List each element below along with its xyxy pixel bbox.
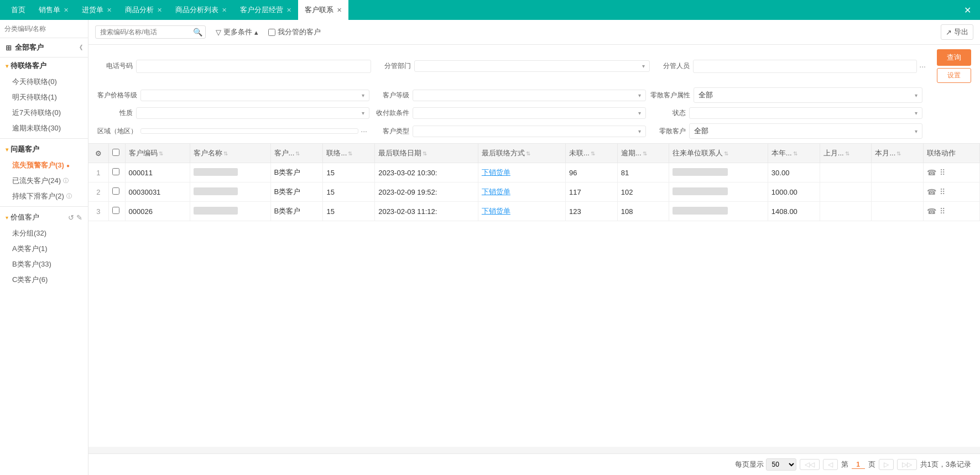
region-select[interactable]: [140, 128, 358, 134]
nav-tab-goods-analysis[interactable]: 商品分析 ✕: [118, 0, 169, 20]
row-current-month: [872, 163, 924, 182]
export-button[interactable]: ↗ 导出: [941, 24, 973, 40]
manager-input[interactable]: [693, 60, 918, 73]
sort-contact-person-icon[interactable]: ⇅: [724, 150, 728, 156]
sidebar-item-ungrouped[interactable]: 未分组(32): [0, 226, 88, 241]
row-uncontacted: 96: [566, 163, 618, 182]
contact-method-link[interactable]: 下销货单: [482, 168, 510, 176]
sort-overdue-icon[interactable]: ⇅: [643, 150, 647, 156]
sort-uncontacted-icon[interactable]: ⇅: [591, 150, 595, 156]
sidebar-item-overdue-contact[interactable]: 逾期未联络(30): [0, 121, 88, 136]
sort-year-icon[interactable]: ⇅: [793, 150, 797, 156]
col-checkbox[interactable]: [108, 144, 125, 163]
retail-customer-select[interactable]: 全部▾: [689, 123, 922, 139]
row-last-method[interactable]: 下销货单: [478, 202, 565, 221]
sidebar-item-churned[interactable]: 已流失客户(24) ⓘ: [0, 173, 88, 189]
nav-tab-customer-contact[interactable]: 客户联系 ✕: [298, 0, 348, 20]
sidebar-item-tomorrow-contact[interactable]: 明天待联络(1): [0, 90, 88, 105]
dept-select[interactable]: ▾: [414, 60, 649, 72]
close-goods-list-tab[interactable]: ✕: [222, 7, 227, 14]
sidebar-search-input[interactable]: [4, 25, 87, 33]
close-goods-analysis-tab[interactable]: ✕: [157, 7, 162, 14]
more-conditions-button[interactable]: ▽ 更多条件 ▴: [211, 25, 263, 39]
contact-method-link[interactable]: 下销货单: [482, 207, 510, 215]
page-prev-button[interactable]: ◁: [823, 459, 838, 470]
nav-tab-purchase[interactable]: 进货单 ✕: [75, 0, 118, 20]
row-select-checkbox[interactable]: [112, 207, 119, 214]
sort-name-icon[interactable]: ⇅: [223, 150, 228, 156]
sort-month-icon[interactable]: ⇅: [896, 150, 901, 156]
phone-icon[interactable]: ☎: [927, 168, 936, 177]
row-checkbox[interactable]: [108, 182, 125, 202]
row-checkbox[interactable]: [108, 202, 125, 221]
horizontal-scrollbar[interactable]: [88, 447, 980, 453]
sort-type-icon[interactable]: ⇅: [295, 150, 300, 156]
sort-code-icon[interactable]: ⇅: [159, 150, 163, 156]
filter-search-button[interactable]: 🔍: [193, 28, 202, 36]
payment-select[interactable]: ▾: [413, 107, 646, 119]
row-select-checkbox[interactable]: [112, 187, 119, 195]
sidebar-item-a-class[interactable]: A类客户(1): [0, 241, 88, 257]
nav-tab-customer-tier[interactable]: 客户分层经营 ✕: [233, 0, 298, 20]
page-last-button[interactable]: ▷▷: [897, 459, 917, 470]
status-select[interactable]: ▾: [689, 107, 922, 119]
customer-type-select[interactable]: ▾: [413, 126, 646, 137]
sidebar-all-customers[interactable]: ⊞ 全部客户 《: [0, 38, 88, 58]
page-input[interactable]: [852, 461, 865, 469]
sidebar-group-problem[interactable]: ▾ 问题客户: [0, 141, 88, 158]
sidebar-group-pending[interactable]: ▾ 待联络客户: [0, 58, 88, 74]
manager-ellipsis[interactable]: ···: [917, 62, 928, 71]
more-action-icon[interactable]: ⠿: [940, 168, 945, 177]
phone-input[interactable]: [136, 60, 371, 73]
filter-search-input[interactable]: [95, 25, 206, 39]
sort-date-icon[interactable]: ⇅: [423, 150, 427, 156]
query-button[interactable]: 查询: [937, 49, 971, 66]
phone-icon[interactable]: ☎: [927, 187, 936, 196]
my-customers-checkbox-label[interactable]: 我分管的客户: [268, 27, 321, 37]
page-first-button[interactable]: ◁◁: [800, 459, 820, 470]
close-customer-tier-tab[interactable]: ✕: [286, 7, 291, 14]
sidebar-item-churn-warning[interactable]: 流失预警客户(3) ●: [0, 158, 88, 173]
col-settings[interactable]: ⚙: [88, 144, 108, 163]
setting-button[interactable]: 设置: [937, 68, 971, 83]
close-customer-contact-tab[interactable]: ✕: [337, 7, 342, 14]
sidebar-group-value[interactable]: ▾ 价值客户 ↺ ✎: [0, 209, 88, 226]
close-all-button[interactable]: ✕: [960, 5, 976, 15]
sidebar-item-declining[interactable]: 持续下滑客户(2) ⓘ: [0, 189, 88, 204]
more-action-icon[interactable]: ⠿: [940, 187, 945, 196]
nav-tab-home[interactable]: 首页: [4, 5, 32, 15]
row-checkbox[interactable]: [108, 163, 125, 182]
more-action-icon[interactable]: ⠿: [940, 207, 945, 216]
main-layout: 🔍 ⊞ 全部客户 《 ▾ 待联络客户 今天待联络(0) 明天待联络(1) 近7天…: [0, 20, 980, 475]
sidebar-item-b-class[interactable]: B类客户(33): [0, 257, 88, 272]
select-all-checkbox[interactable]: [112, 149, 119, 156]
contact-method-link[interactable]: 下销货单: [482, 187, 510, 196]
sort-method-icon[interactable]: ⇅: [526, 150, 530, 156]
nav-tab-sales[interactable]: 销售单 ✕: [32, 0, 75, 20]
sort-last-month-icon[interactable]: ⇅: [845, 150, 849, 156]
page-next-button[interactable]: ▷: [879, 459, 894, 470]
refresh-icon[interactable]: ↺: [68, 213, 74, 222]
nav-tab-goods-list[interactable]: 商品分析列表 ✕: [169, 0, 233, 20]
sidebar-item-c-class[interactable]: C类客户(6): [0, 272, 88, 288]
customer-level-select[interactable]: ▾: [413, 90, 646, 101]
sort-contacts-icon[interactable]: ⇅: [348, 150, 352, 156]
edit-icon[interactable]: ✎: [76, 213, 82, 222]
nature-select[interactable]: ▾: [136, 107, 369, 119]
row-current-month: [872, 182, 924, 202]
region-ellipsis[interactable]: ···: [358, 127, 369, 135]
row-name: [190, 182, 270, 202]
row-select-checkbox[interactable]: [112, 168, 119, 175]
price-level-select[interactable]: ▾: [140, 90, 369, 101]
my-customers-checkbox[interactable]: [268, 29, 275, 36]
retail-attr-label: 零散客户属性: [650, 91, 694, 100]
close-sales-tab[interactable]: ✕: [64, 7, 69, 14]
phone-icon[interactable]: ☎: [927, 207, 936, 216]
sidebar-item-week-contact[interactable]: 近7天待联络(0): [0, 105, 88, 121]
row-last-method[interactable]: 下销货单: [478, 163, 565, 182]
close-purchase-tab[interactable]: ✕: [107, 7, 112, 14]
retail-attr-select[interactable]: 全部▾: [694, 87, 922, 103]
sidebar-item-today-contact[interactable]: 今天待联络(0): [0, 74, 88, 90]
page-size-select[interactable]: 50 100: [766, 458, 796, 471]
row-last-method[interactable]: 下销货单: [478, 182, 565, 202]
